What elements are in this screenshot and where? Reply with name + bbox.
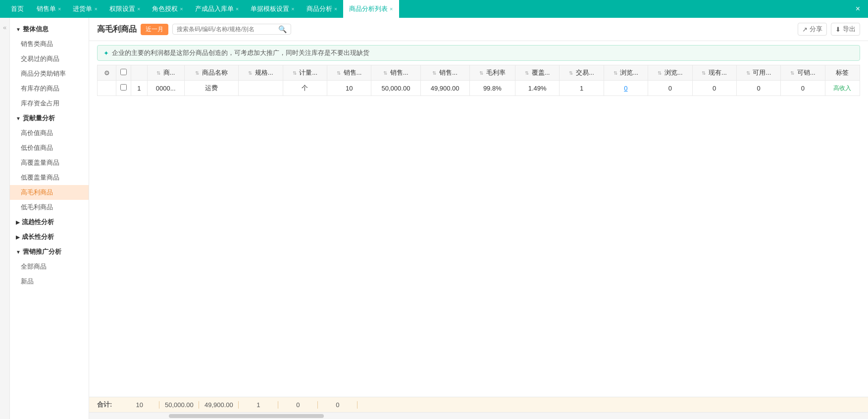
sidebar-item-high-coverage[interactable]: 高覆盖量商品 <box>10 155 89 170</box>
tab-product-analysis[interactable]: 商品分析 × <box>301 0 343 18</box>
arrow-flow: ▶ <box>16 220 20 225</box>
col-browse2[interactable]: 浏览... <box>648 65 692 81</box>
tip-text: 企业的主要的利润都是这部分商品创造的，可考虑加大推广，同时关注库存是不要出现缺货 <box>112 48 369 57</box>
close-tab-purchase-order[interactable]: × <box>94 6 97 12</box>
row-code[interactable]: 0000... <box>147 81 184 96</box>
content-area: 高毛利商品 近一月 🔍 ↗ 分享 ⬇ 导出 <box>89 18 868 419</box>
tab-sales-order[interactable]: 销售单 × <box>31 0 67 18</box>
sidebar-item-stock-fund[interactable]: 库存资金占用 <box>10 96 89 111</box>
col-spec[interactable]: 规格... <box>239 65 283 81</box>
row-sales-cost: 49,900.00 <box>420 81 469 96</box>
tab-role-auth[interactable]: 角色授权 × <box>146 0 189 18</box>
row-available: 0 <box>736 81 780 96</box>
search-icon[interactable]: 🔍 <box>278 25 287 33</box>
sidebar-item-stocked-products[interactable]: 有库存的商品 <box>10 81 89 96</box>
footer-sales-amount: 50,000.00 <box>159 401 199 409</box>
col-coverage[interactable]: 覆盖... <box>515 65 559 81</box>
arrow-growth: ▶ <box>16 234 20 240</box>
footer-transaction: 1 <box>239 401 278 409</box>
select-all-checkbox[interactable] <box>120 69 127 75</box>
sidebar-item-sales-products[interactable]: 销售类商品 <box>10 37 89 51</box>
scrollbar-thumb[interactable] <box>169 414 324 418</box>
close-tab-sales-order[interactable]: × <box>58 6 61 12</box>
close-tab-product-analysis-list[interactable]: × <box>390 6 393 12</box>
col-sales-amount[interactable]: 销售... <box>371 65 420 81</box>
export-button[interactable]: ⬇ 导出 <box>831 23 860 36</box>
share-icon: ↗ <box>802 26 808 33</box>
sidebar-group-marketing[interactable]: ▼ 营销推广分析 <box>10 244 89 259</box>
row-browse2: 0 <box>648 81 692 96</box>
close-tab-template-settings[interactable]: × <box>291 6 294 12</box>
row-browse1[interactable]: 0 <box>604 81 648 96</box>
row-sales-amount: 50,000.00 <box>371 81 420 96</box>
sidebar-item-category-rate[interactable]: 商品分类助销率 <box>10 66 89 81</box>
col-available[interactable]: 可用... <box>736 65 780 81</box>
share-button[interactable]: ↗ 分享 <box>798 23 827 36</box>
col-gross-margin[interactable]: 毛利率 <box>469 65 515 81</box>
tab-purchase-order[interactable]: 进货单 × <box>67 0 103 18</box>
sidebar-item-low-margin[interactable]: 低毛利商品 <box>10 200 89 215</box>
data-table: ⚙ 商... 商品名称 规格... <box>97 65 860 96</box>
content-header: 高毛利商品 近一月 🔍 ↗ 分享 ⬇ 导出 <box>89 18 868 41</box>
tab-home[interactable]: 首页 <box>4 4 31 13</box>
sidebar-group-flow[interactable]: ▶ 流趋性分析 <box>10 215 89 230</box>
sidebar-item-high-margin[interactable]: 高毛利商品 <box>10 185 89 200</box>
close-all-button[interactable]: × <box>852 4 864 13</box>
col-code[interactable]: 商... <box>147 65 184 81</box>
col-sales-cost[interactable]: 销售... <box>420 65 469 81</box>
col-browse1[interactable]: 浏览... <box>604 65 648 81</box>
sidebar-toggle[interactable]: « <box>0 18 10 419</box>
footer-saleable: 0 <box>318 401 357 409</box>
tab-product-analysis-list[interactable]: 商品分析列表 × <box>343 0 399 18</box>
tab-template-settings[interactable]: 单据模板设置 × <box>245 0 300 18</box>
col-tag: 标签 <box>825 65 860 81</box>
col-index <box>131 65 147 81</box>
sidebar-group-contribution[interactable]: ▼ 贡献量分析 <box>10 111 89 126</box>
tip-icon: ✦ <box>103 49 109 57</box>
arrow-contribution: ▼ <box>16 116 21 121</box>
row-unit: 个 <box>283 81 327 96</box>
col-settings[interactable]: ⚙ <box>98 65 116 81</box>
export-icon: ⬇ <box>835 26 841 33</box>
close-tab-permission-settings[interactable]: × <box>137 6 140 12</box>
col-unit[interactable]: 计量... <box>283 65 327 81</box>
row-settings <box>98 81 116 96</box>
col-transaction[interactable]: 交易... <box>560 65 604 81</box>
close-tab-product-analysis[interactable]: × <box>334 6 337 12</box>
sidebar-item-high-value[interactable]: 高价值商品 <box>10 126 89 140</box>
search-input[interactable] <box>177 26 276 33</box>
period-button[interactable]: 近一月 <box>141 24 168 35</box>
row-transaction: 1 <box>560 81 604 96</box>
col-stock-qty[interactable]: 现有... <box>692 65 736 81</box>
sidebar-item-low-value[interactable]: 低价值商品 <box>10 140 89 155</box>
footer-cells: 10 50,000.00 49,900.00 1 0 0 <box>120 401 860 409</box>
tab-permission-settings[interactable]: 权限设置 × <box>103 0 146 18</box>
sidebar-item-all-products[interactable]: 全部商品 <box>10 259 89 274</box>
row-gross-margin: 99.8% <box>469 81 515 96</box>
horizontal-scrollbar[interactable] <box>89 412 868 419</box>
arrow-overall: ▼ <box>16 27 21 32</box>
footer-sales-cost: 49,900.00 <box>199 401 239 409</box>
col-checkbox[interactable] <box>116 65 131 81</box>
sidebar: ▼ 整体信息 销售类商品 交易过的商品 商品分类助销率 有库存的商品 库存资金占… <box>10 18 89 419</box>
col-sales-qty[interactable]: 销售... <box>327 65 371 81</box>
header-actions: ↗ 分享 ⬇ 导出 <box>798 23 860 36</box>
tab-product-inbound[interactable]: 产成品入库单 × <box>189 0 245 18</box>
footer-label: 合计: <box>97 400 112 409</box>
col-name[interactable]: 商品名称 <box>184 65 238 81</box>
close-tab-product-inbound[interactable]: × <box>236 6 239 12</box>
footer-stock-qty: 0 <box>278 401 318 409</box>
row-spec <box>239 81 283 96</box>
sidebar-group-overall[interactable]: ▼ 整体信息 <box>10 22 89 37</box>
table-wrapper[interactable]: ⚙ 商... 商品名称 规格... <box>97 65 860 397</box>
search-box: 🔍 <box>172 24 291 35</box>
sidebar-item-traded-products[interactable]: 交易过的商品 <box>10 51 89 66</box>
row-select-checkbox[interactable] <box>120 84 127 91</box>
sidebar-item-new-products[interactable]: 新品 <box>10 274 89 289</box>
sidebar-group-growth[interactable]: ▶ 成长性分析 <box>10 230 89 244</box>
col-saleable[interactable]: 可销... <box>781 65 825 81</box>
sidebar-item-low-coverage[interactable]: 低覆盖量商品 <box>10 170 89 185</box>
row-checkbox[interactable] <box>116 81 131 96</box>
close-tab-role-auth[interactable]: × <box>180 6 183 12</box>
arrow-marketing: ▼ <box>16 249 21 255</box>
